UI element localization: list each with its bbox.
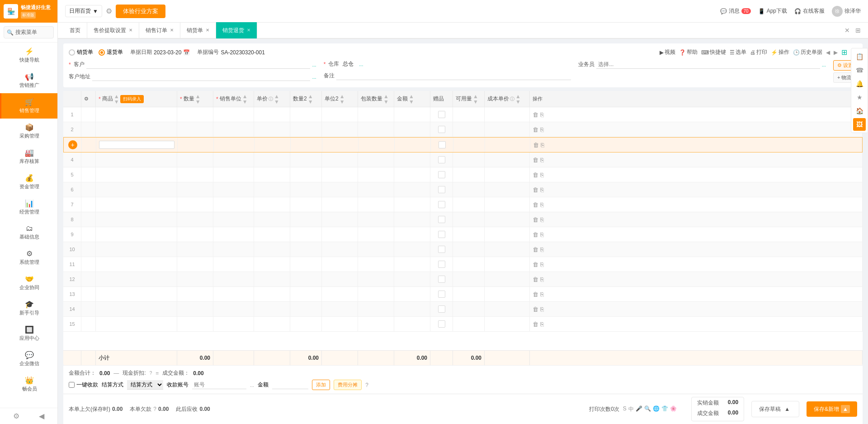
copy-row-btn[interactable]: ⎘ (540, 172, 544, 178)
delete-row-btn[interactable]: 🗑 (533, 172, 538, 178)
amount-sort[interactable]: ▲▼ (409, 94, 414, 105)
amount-input[interactable] (272, 381, 308, 389)
action-select[interactable]: ☰ 选单 (730, 48, 746, 56)
radio-return-bill[interactable]: 退货单 (99, 48, 123, 56)
warehouse-link[interactable]: ... (359, 62, 363, 67)
td-avail[interactable] (453, 107, 485, 122)
save-draft-btn[interactable]: 保存草稿 ▲ (751, 401, 799, 417)
td-unit2[interactable] (322, 107, 358, 122)
delete-row-btn[interactable]: 🗑 (533, 306, 538, 313)
right-panel-btn-3[interactable]: 🔔 (853, 77, 866, 90)
product-input-active[interactable] (99, 141, 175, 149)
delete-row-btn[interactable]: 🗑 (533, 186, 538, 193)
add-row-btn[interactable]: + (68, 140, 77, 149)
copy-row-btn[interactable]: ⎘ (540, 186, 544, 193)
td-gift[interactable] (430, 107, 453, 122)
search-button[interactable]: 🔍 搜索菜单 (4, 26, 54, 38)
tab-grid-btn[interactable]: ⊞ (854, 26, 863, 35)
sidebar-item-guide[interactable]: 🎓 新手引导 (0, 295, 57, 321)
calculate-select[interactable]: 结算方式 (127, 380, 163, 390)
radio-sale-bill[interactable]: 销货单 (69, 48, 93, 56)
tab-sales-bill[interactable]: 销货单 ✕ (180, 22, 216, 38)
copy-row-btn[interactable]: ⎘ (540, 321, 544, 328)
app-download-item[interactable]: 📱 App下载 (758, 7, 787, 15)
sidebar-item-finance[interactable]: 💰 资金管理 (0, 169, 57, 195)
calendar-icon[interactable]: 📅 (183, 49, 190, 56)
sidebar-item-system[interactable]: ⚙ 系统管理 (0, 245, 57, 270)
one-click-payment-check[interactable]: 一键收款 (69, 381, 98, 389)
td-amount[interactable] (394, 107, 430, 122)
account-input[interactable] (192, 381, 246, 389)
copy-row-btn[interactable]: ⎘ (540, 157, 544, 163)
sidebar-item-wechat[interactable]: 💬 企业微信 (0, 346, 57, 372)
qty2-sort[interactable]: ▲▼ (308, 94, 313, 105)
copy-row-btn[interactable]: ⎘ (540, 261, 544, 268)
action-shortcut[interactable]: ⌨ 快捷键 (701, 48, 726, 56)
td-unit[interactable] (213, 107, 254, 122)
one-click-checkbox[interactable] (69, 382, 75, 388)
salesperson-link[interactable]: ... (822, 62, 826, 67)
copy-row-btn[interactable]: ⎘ (540, 216, 544, 223)
td-price[interactable] (254, 107, 290, 122)
unit2-sort[interactable]: ▲▼ (340, 94, 345, 105)
delete-row-btn[interactable]: 🗑 (533, 246, 538, 253)
topbar-settings-icon[interactable]: ⚙ (106, 7, 112, 15)
scan-btn[interactable]: 扫码录入 (120, 95, 144, 103)
price-sort[interactable]: ▲▼ (274, 94, 279, 105)
tab-sales-bill-close[interactable]: ✕ (206, 22, 209, 38)
copy-row-btn[interactable]: ⎘ (540, 276, 544, 283)
tab-sales-order-close[interactable]: ✕ (170, 22, 174, 38)
tab-sales-order[interactable]: 销售订单 ✕ (139, 22, 180, 38)
tab-home[interactable]: 首页 (63, 22, 87, 38)
remark-input[interactable] (336, 71, 571, 80)
td-qty[interactable] (177, 107, 213, 122)
online-service-item[interactable]: 🎧 在线客服 (794, 7, 825, 15)
action-history[interactable]: 🕒 历史单据 (793, 48, 822, 56)
right-panel-btn-1[interactable]: 📋 (853, 50, 866, 63)
account-link[interactable]: ... (250, 382, 254, 388)
action-video[interactable]: ▶ 视频 (660, 48, 675, 56)
settings-footer-icon[interactable]: ⚙ (13, 412, 19, 420)
delete-row-btn[interactable]: 🗑 (533, 231, 538, 238)
copy-row-btn[interactable]: ⎘ (540, 111, 544, 118)
right-panel-btn-4[interactable]: ★ (853, 91, 866, 104)
copy-row-btn[interactable]: ⎘ (540, 306, 544, 313)
copy-row-btn[interactable]: ⎘ (541, 142, 544, 148)
fee-split-btn[interactable]: 费用分摊 (334, 380, 362, 390)
sidebar-item-basic[interactable]: 🗂 基础信息 (0, 220, 57, 245)
pack-sort[interactable]: ▲▼ (383, 94, 389, 105)
delete-row-btn[interactable]: 🗑 (533, 291, 538, 298)
save-new-btn[interactable]: 保存&新增 ▲ (807, 401, 857, 417)
right-panel-btn-2[interactable]: ☎ (853, 64, 866, 76)
delete-row-btn[interactable]: 🗑 (533, 142, 539, 148)
sidebar-item-inventory[interactable]: 🏭 库存核算 (0, 144, 57, 169)
sidebar-item-shortcuts[interactable]: ⚡ 快捷导航 (0, 43, 57, 68)
messages-item[interactable]: 💬 消息 70 (720, 7, 751, 15)
delete-row-btn[interactable]: 🗑 (533, 126, 538, 133)
action-help[interactable]: ❓ 帮助 (679, 48, 698, 56)
copy-row-btn[interactable]: ⎘ (540, 246, 544, 253)
user-item[interactable]: 徐 徐泽华 (832, 6, 861, 17)
add-btn[interactable]: 添加 (312, 380, 330, 390)
category-select[interactable]: 日用百货 ▼ (65, 5, 102, 17)
td-qty2[interactable] (290, 107, 322, 122)
tab-price-extract-close[interactable]: ✕ (129, 22, 132, 38)
right-panel-btn-5[interactable]: 🏠 (853, 105, 866, 117)
action-operate[interactable]: ⚡ 操作 (771, 48, 789, 56)
delete-row-btn[interactable]: 🗑 (533, 157, 538, 163)
action-print[interactable]: 🖨 打印 (750, 48, 767, 56)
td-pack[interactable] (358, 107, 394, 122)
tab-price-extract[interactable]: 售价提取设置 ✕ (87, 22, 139, 38)
tab-sales-return-close[interactable]: ✕ (247, 22, 250, 38)
delete-row-btn[interactable]: 🗑 (533, 276, 538, 283)
trial-btn[interactable]: 体验行业方案 (116, 5, 165, 18)
cost-sort[interactable]: ▲▼ (515, 94, 521, 105)
address-input[interactable] (92, 72, 310, 81)
td-cost[interactable] (485, 107, 530, 122)
copy-row-btn[interactable]: ⎘ (540, 291, 544, 298)
tab-close-all-btn[interactable]: ✕ (843, 26, 852, 35)
collapse-icon[interactable]: ◀ (39, 412, 44, 420)
customer-input[interactable] (86, 60, 311, 69)
delete-row-btn[interactable]: 🗑 (533, 111, 538, 118)
customer-link[interactable]: ... (312, 62, 316, 67)
